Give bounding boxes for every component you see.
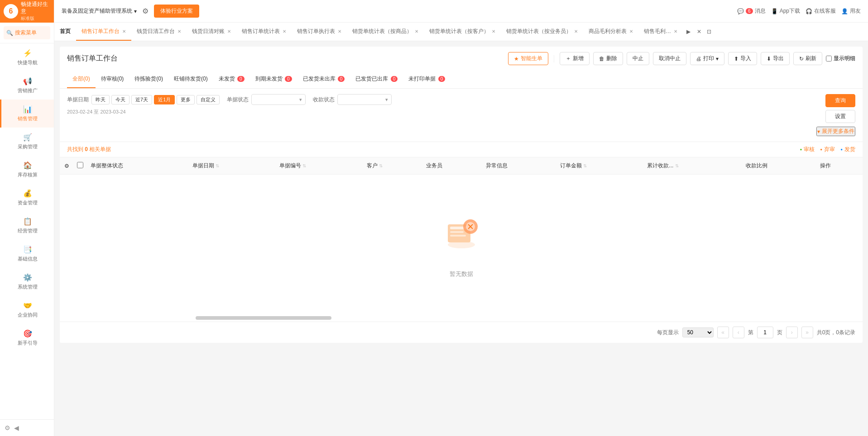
sidebar-item-basics[interactable]: 📑 基础信息 — [0, 240, 54, 268]
prev-page-button[interactable]: ‹ — [733, 327, 744, 338]
cancel-stop-button[interactable]: 取消中止 — [653, 52, 686, 65]
tab-sales-goods[interactable]: 销货单统计表（按商品） ✕ — [347, 23, 424, 41]
tab-sales-customer[interactable]: 销货单统计表（按客户） ✕ — [424, 23, 501, 41]
date-yesterday-button[interactable]: 昨天 — [91, 95, 110, 104]
sub-tab-bar: 全部(0) 待审核(0) 待拣验货(0) 旺铺待发货(0) 未发货 0 到期未发… — [60, 71, 863, 89]
sidebar-item-operations[interactable]: 📋 经营管理 — [0, 212, 54, 240]
tab-close-icon[interactable]: ✕ — [338, 29, 341, 34]
chevron-down-icon: ▾ — [817, 128, 820, 135]
system-title-dropdown[interactable]: 装备及固定资产辅助管理系统 ▾ — [62, 7, 137, 15]
filter-setting-button[interactable]: 设置 — [825, 110, 855, 123]
tab-overflow-button[interactable]: ▶ — [683, 28, 694, 35]
col-amount-label: 订单金额 — [560, 162, 582, 169]
tab-home[interactable]: 首页 — [54, 23, 76, 41]
expand-filter-button[interactable]: ▾ 展开更多条件 — [816, 127, 855, 136]
message-action[interactable]: 💬 6 消息 — [737, 7, 766, 15]
date-1month-button[interactable]: 近1月 — [154, 95, 175, 104]
smart-order-button[interactable]: ★ 智能生单 — [508, 52, 548, 65]
tab-sales-workbench[interactable]: 销售订单工作台 ✕ — [76, 23, 131, 41]
search-menu-button[interactable]: 🔍 搜索菜单 — [4, 26, 50, 39]
subtab-not-printed[interactable]: 未打印单据 0 — [403, 71, 451, 88]
tab-sales-profit[interactable]: 销售毛利… ✕ — [638, 23, 683, 41]
sidebar-item-quick[interactable]: ⚡ 快捷导航 — [0, 43, 54, 71]
sidebar-item-sales[interactable]: 📊 销售管理 — [0, 100, 54, 128]
date-today-button[interactable]: 今天 — [111, 95, 129, 104]
tab-expand-button[interactable]: ⊡ — [704, 28, 714, 35]
date-more-button[interactable]: 更多 — [177, 95, 195, 104]
sort-icon[interactable]: ⇅ — [675, 163, 679, 168]
sort-icon[interactable]: ⇅ — [379, 163, 383, 168]
date-custom-button[interactable]: 自定义 — [197, 95, 220, 104]
tab-gross-profit[interactable]: 商品毛利分析表 ✕ — [583, 23, 638, 41]
status-select[interactable] — [251, 94, 306, 105]
sidebar-item-finance[interactable]: 💰 资金管理 — [0, 184, 54, 212]
tab-sales-exec[interactable]: 销售订单执行表 ✕ — [292, 23, 347, 41]
scroll-thumb[interactable] — [196, 316, 331, 320]
sidebar-item-guide[interactable]: 🎯 新手引导 — [0, 324, 54, 352]
first-page-button[interactable]: « — [717, 327, 729, 338]
tab-close-icon[interactable]: ✕ — [492, 29, 495, 34]
show-detail-checkbox[interactable] — [826, 56, 832, 62]
per-page-select[interactable]: 50 10 20 100 — [682, 327, 714, 337]
sidebar-item-purchase[interactable]: 🛒 采购管理 — [0, 128, 54, 156]
select-all-checkbox[interactable] — [77, 162, 83, 168]
sidebar-item-label: 采购管理 — [18, 143, 38, 150]
tab-cash-daily[interactable]: 钱货日清工作台 ✕ — [131, 23, 187, 41]
delete-button[interactable]: 🗑 删除 — [593, 52, 623, 65]
app-download-action[interactable]: 📱 App下载 — [771, 7, 800, 15]
tab-sales-stats[interactable]: 销售订单统计表 ✕ — [236, 23, 292, 41]
tab-close-icon[interactable]: ✕ — [122, 29, 126, 34]
tab-cash-reconcile[interactable]: 钱货日清对账 ✕ — [187, 23, 236, 41]
sidebar-settings-button[interactable]: ⚙ — [5, 424, 10, 431]
export-button[interactable]: ⬇ 导出 — [761, 52, 790, 65]
topbar: 装备及固定资产辅助管理系统 ▾ ⚙ 体验行业方案 💬 6 消息 📱 App下载 … — [54, 0, 868, 23]
subtab-pending-review[interactable]: 待审核(0) — [96, 71, 129, 88]
horizontal-scroll[interactable] — [60, 314, 863, 322]
sidebar-item-inventory[interactable]: 🏠 库存核算 — [0, 156, 54, 184]
page-number-input[interactable] — [757, 327, 773, 338]
user-action[interactable]: 👤 用友 — [841, 7, 861, 15]
column-settings-icon[interactable]: ⚙ — [64, 163, 69, 169]
sort-icon[interactable]: ⇅ — [583, 163, 587, 168]
show-detail-label[interactable]: 显示明细 — [826, 55, 855, 62]
subtab-all[interactable]: 全部(0) — [67, 71, 96, 88]
tab-close-icon[interactable]: ✕ — [415, 29, 418, 34]
subtab-shipped-out[interactable]: 已发货已出库 0 — [350, 71, 403, 88]
collection-select[interactable] — [337, 94, 392, 105]
tab-close-icon[interactable]: ✕ — [674, 29, 677, 34]
subtab-shipped-not-out[interactable]: 已发货未出库 0 — [297, 71, 350, 88]
print-button[interactable]: 🖨 打印 ▾ — [690, 52, 724, 65]
cancel-audit-batch-button[interactable]: 弃审 — [820, 146, 835, 153]
sidebar-item-enterprise[interactable]: 🤝 企业协同 — [0, 296, 54, 324]
online-service-action[interactable]: 🎧 在线客服 — [806, 7, 836, 15]
tab-close-all-button[interactable]: ✕ — [694, 28, 704, 35]
tab-close-icon[interactable]: ✕ — [283, 29, 286, 34]
subtab-overdue-ship[interactable]: 到期未发货 0 — [250, 71, 297, 88]
tab-close-icon[interactable]: ✕ — [177, 29, 181, 34]
import-button[interactable]: ⬆ 导入 — [728, 52, 757, 65]
industry-solution-button[interactable]: 体验行业方案 — [154, 5, 199, 18]
ship-batch-button[interactable]: 发货 — [840, 146, 855, 153]
sidebar-item-marketing[interactable]: 📢 营销推广 — [0, 71, 54, 100]
stop-button[interactable]: 中止 — [627, 52, 649, 65]
tab-close-icon[interactable]: ✕ — [227, 29, 231, 34]
next-page-button[interactable]: › — [786, 327, 798, 338]
sort-icon[interactable]: ⇅ — [302, 163, 306, 168]
topbar-actions: 💬 6 消息 📱 App下载 🎧 在线客服 👤 用友 — [737, 7, 861, 15]
query-button[interactable]: 查询 — [825, 94, 855, 107]
subtab-not-shipped[interactable]: 未发货 0 — [213, 71, 250, 88]
tab-close-icon[interactable]: ✕ — [629, 29, 633, 34]
last-page-button[interactable]: » — [801, 327, 813, 338]
sidebar-item-system[interactable]: ⚙️ 系统管理 — [0, 268, 54, 296]
add-button[interactable]: ＋ 新增 — [560, 52, 590, 65]
tab-sales-salesman[interactable]: 销货单统计表（按业务员） ✕ — [501, 23, 583, 41]
date-7days-button[interactable]: 近7天 — [131, 95, 152, 104]
sort-icon[interactable]: ⇅ — [216, 163, 219, 168]
audit-batch-button[interactable]: 审核 — [800, 146, 815, 153]
refresh-button[interactable]: ↻ 刷新 — [793, 52, 822, 65]
subtab-pending-check[interactable]: 待拣验货(0) — [129, 71, 168, 88]
settings-gear-icon[interactable]: ⚙ — [142, 7, 149, 15]
tab-close-icon[interactable]: ✕ — [574, 29, 578, 34]
subtab-wangpu-ship[interactable]: 旺铺待发货(0) — [168, 71, 213, 88]
sidebar-collapse-button[interactable]: ◀ — [14, 424, 19, 431]
